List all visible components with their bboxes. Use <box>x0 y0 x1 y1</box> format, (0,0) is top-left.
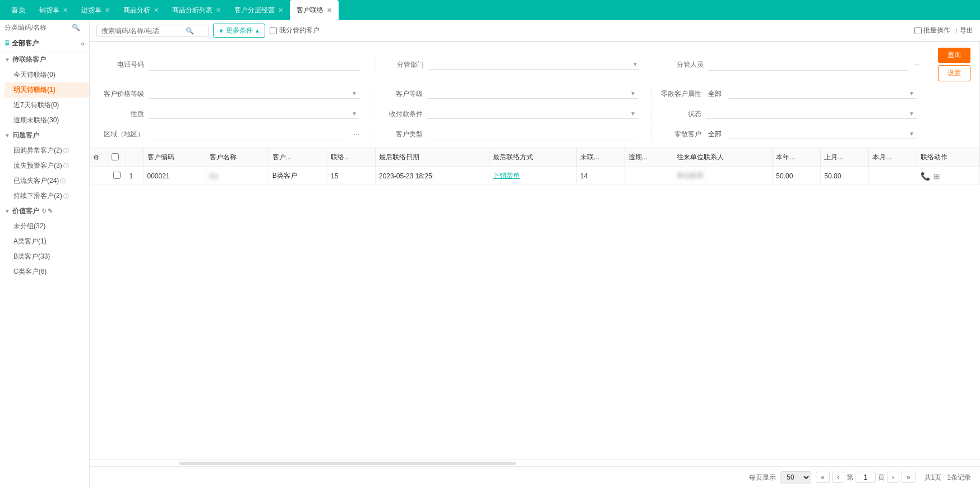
batch-op-button[interactable]: 批量操作 <box>914 26 950 35</box>
close-icon[interactable]: ✕ <box>278 7 283 14</box>
sidebar-item-churn-warning[interactable]: 流失预警客户(3) ⓘ <box>4 158 89 173</box>
row-select-checkbox[interactable] <box>113 172 121 179</box>
query-button[interactable]: 查询 <box>938 48 970 63</box>
nav-tab-0[interactable]: 销货单 ✕ <box>33 0 75 20</box>
sidebar-item-c-class[interactable]: C类客户(6) <box>4 264 89 279</box>
pending-items: 今天待联络(0) 明天待联络(1) 近7天待联络(0) 逾期未联络(30) <box>0 67 89 128</box>
sidebar-item-ungrouped[interactable]: 未分组(32) <box>4 219 89 234</box>
sidebar-section-value[interactable]: ▼ 价值客户 ↻ ✎ <box>0 204 89 219</box>
sidebar-search-input[interactable] <box>4 24 72 31</box>
nav-tab-1[interactable]: 进货单 ✕ <box>75 0 117 20</box>
phone-icon[interactable]: 📞 <box>921 172 930 181</box>
col-name-header[interactable]: 客户名称 <box>206 148 269 167</box>
filter-status-select[interactable]: ▼ <box>706 109 917 119</box>
filter-customer-type-label: 客户类型 <box>378 130 423 139</box>
close-icon[interactable]: ✕ <box>105 7 110 14</box>
filter-customer-level-select[interactable]: ▼ <box>427 89 638 99</box>
filter-customer-type-input[interactable] <box>427 128 638 140</box>
sidebar: 🔍 ⠿ 全部客户 « ▼ 待联络客户 今天待联络(0) 明天待联络(1) 近7天… <box>0 20 90 488</box>
close-icon[interactable]: ✕ <box>154 7 159 14</box>
table-area: ⚙ 客户编码 客户名称 客户... <box>90 148 980 459</box>
sidebar-item-repurchase-abnormal[interactable]: 回购异常客户(2) ⓘ <box>4 143 89 158</box>
filter-nature-label: 性质 <box>99 109 144 119</box>
total-info: 共1页 1条记录 <box>924 473 971 482</box>
sidebar-search-area: 🔍 <box>0 20 89 35</box>
filter-payment-select[interactable]: ▼ <box>427 109 638 119</box>
col-settings-header[interactable]: ⚙ <box>90 148 108 167</box>
sidebar-item-b-class[interactable]: B类客户(33) <box>4 249 89 264</box>
row-overdue <box>625 167 673 185</box>
filter-person-input[interactable] <box>708 59 908 71</box>
page-number-input[interactable] <box>856 472 876 483</box>
scroll-thumb[interactable] <box>179 462 516 465</box>
export-button[interactable]: ↑ 导出 <box>955 26 974 35</box>
col-overdue-header[interactable]: 逾期... <box>625 148 673 167</box>
nav-tab-4[interactable]: 客户分层经营 ✕ <box>228 0 290 20</box>
collapse-icon[interactable]: « <box>81 40 85 48</box>
problem-items: 回购异常客户(2) ⓘ 流失预警客户(3) ⓘ 已流失客户(24) ⓘ 持续下滑… <box>0 143 89 204</box>
grid-icon[interactable]: ⊞ <box>933 172 940 181</box>
filter-price-level-select[interactable]: ▼ <box>149 89 359 99</box>
prev-page-button[interactable]: ‹ <box>832 472 844 483</box>
col-last-contact-date-header[interactable]: 最后联络日期 <box>376 148 489 167</box>
sidebar-all-customers[interactable]: ⠿ 全部客户 « <box>0 35 89 52</box>
filter-person: 分管人员 ··· <box>659 59 929 71</box>
more-conditions-button[interactable]: ▼ 更多条件 ▲ <box>213 24 265 38</box>
col-index-header <box>126 148 144 167</box>
search-icon[interactable]: 🔍 <box>72 24 80 31</box>
sidebar-item-tomorrow[interactable]: 明天待联络(1) <box>4 82 89 98</box>
sidebar-item-overdue[interactable]: 逾期未联络(30) <box>4 113 89 128</box>
col-type-header[interactable]: 客户... <box>269 148 327 167</box>
sidebar-item-churned[interactable]: 已流失客户(24) ⓘ <box>4 173 89 188</box>
select-all-checkbox[interactable] <box>112 153 119 160</box>
col-last-contact-method-header[interactable]: 最后联络方式 <box>489 148 577 167</box>
sidebar-item-7days[interactable]: 近7天待联络(0) <box>4 98 89 113</box>
col-this-month-header[interactable]: 本月... <box>869 148 917 167</box>
per-page-select[interactable]: 50 100 200 <box>780 471 811 484</box>
nav-tab-3[interactable]: 商品分析列表 ✕ <box>165 0 228 20</box>
filter-dept-select[interactable]: ▼ <box>428 59 640 70</box>
search-input[interactable] <box>101 27 186 35</box>
sidebar-item-declining[interactable]: 持续下滑客户(2) ⓘ <box>4 188 89 204</box>
col-not-contacted-header[interactable]: 未联... <box>576 148 625 167</box>
nav-tab-2[interactable]: 商品分析 ✕ <box>117 0 165 20</box>
first-page-button[interactable]: « <box>816 472 830 483</box>
page-nav: « ‹ 第 页 › » <box>816 472 915 483</box>
row-last-contact-method[interactable]: 下销货单 <box>489 167 577 185</box>
filter-nature-select[interactable]: ▼ <box>149 109 359 119</box>
close-icon[interactable]: ✕ <box>63 7 68 14</box>
search-icon[interactable]: 🔍 <box>186 27 194 35</box>
my-customers-checkbox[interactable]: 我分管的客户 <box>270 26 320 35</box>
nav-home[interactable]: 首页 <box>4 0 33 20</box>
refresh-icon[interactable]: ↻ <box>41 208 47 215</box>
next-page-button[interactable]: › <box>887 472 899 483</box>
sidebar-item-a-class[interactable]: A类客户(1) <box>4 234 89 249</box>
col-this-year-header[interactable]: 本年... <box>773 148 821 167</box>
col-last-month-header[interactable]: 上月... <box>821 148 869 167</box>
filter-retail-customer-select[interactable]: ▼ <box>728 129 917 139</box>
edit-icon[interactable]: ✎ <box>48 208 53 215</box>
row-contact: 15 <box>327 167 376 185</box>
row-this-month <box>869 167 917 185</box>
data-table: ⚙ 客户编码 客户名称 客户... <box>90 148 980 185</box>
settings-button[interactable]: 设置 <box>938 65 970 81</box>
nav-tab-5[interactable]: 客户联络 ✕ <box>290 0 339 20</box>
close-icon[interactable]: ✕ <box>327 7 332 14</box>
dots-icon[interactable]: ··· <box>914 61 920 68</box>
filter-phone-input[interactable] <box>149 59 360 71</box>
batch-check[interactable] <box>914 27 922 34</box>
filter-area-input[interactable] <box>149 128 347 140</box>
last-page-button[interactable]: » <box>902 472 916 483</box>
col-code-header[interactable]: 客户编码 <box>144 148 206 167</box>
sidebar-item-today[interactable]: 今天待联络(0) <box>4 67 89 82</box>
my-customers-check[interactable] <box>270 27 277 34</box>
col-unit-contact-header[interactable]: 往来单位联系人 <box>673 148 772 167</box>
filter-panel: 电话号码 分管部门 ▼ 分管人员 ··· <box>90 42 980 148</box>
filter-icon: ▼ <box>218 27 224 34</box>
close-icon[interactable]: ✕ <box>216 7 221 14</box>
sidebar-section-pending[interactable]: ▼ 待联络客户 <box>0 52 89 67</box>
sidebar-section-problem[interactable]: ▼ 问题客户 <box>0 128 89 143</box>
col-contact-header[interactable]: 联络... <box>327 148 376 167</box>
dots-icon[interactable]: ··· <box>354 130 359 138</box>
filter-retail-attr-select[interactable]: ▼ <box>728 89 917 99</box>
